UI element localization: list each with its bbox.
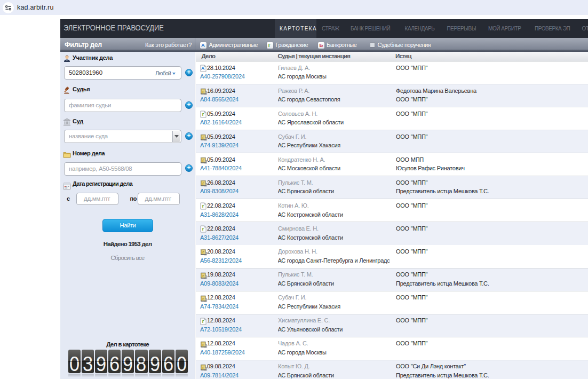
svg-text:г: г	[202, 273, 204, 278]
svg-text:г: г	[202, 135, 204, 140]
svg-text:г: г	[202, 181, 204, 186]
svg-text:г: г	[202, 89, 204, 94]
svg-text:г: г	[202, 342, 204, 346]
svg-text:г: г	[202, 365, 204, 369]
svg-text:А: А	[201, 66, 205, 71]
svg-text:г: г	[202, 296, 204, 301]
svg-text:г: г	[202, 227, 204, 232]
svg-text:г: г	[202, 250, 204, 255]
svg-text:г: г	[202, 158, 204, 163]
svg-text:г: г	[202, 319, 204, 324]
svg-text:г: г	[202, 112, 204, 117]
svg-text:г: г	[202, 204, 204, 209]
